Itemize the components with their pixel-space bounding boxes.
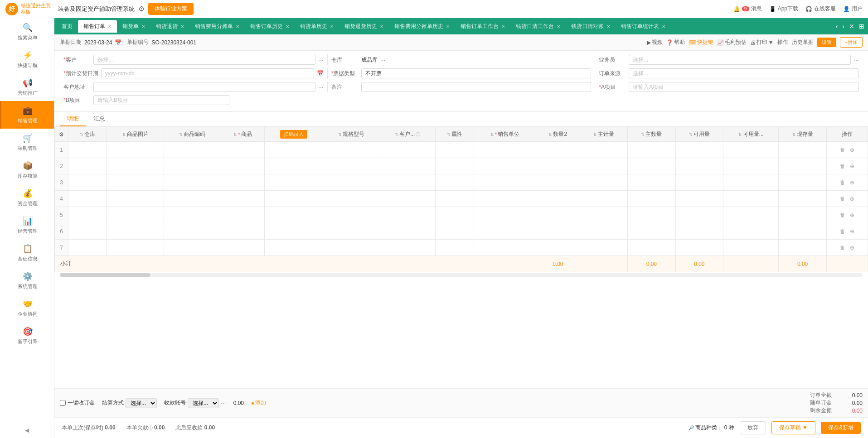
row-7-spec[interactable] xyxy=(323,240,380,256)
save-new-button[interactable]: 保存&新增 xyxy=(821,422,861,434)
row-3-attribute[interactable] xyxy=(435,174,474,191)
tab-home[interactable]: 首页 xyxy=(56,20,78,33)
row-5-main-qty[interactable] xyxy=(628,207,675,223)
row-6-current-stock[interactable] xyxy=(779,223,826,240)
help-button[interactable]: ❓ 帮助 xyxy=(666,39,685,46)
row-2-product-code[interactable] xyxy=(164,158,221,174)
row-2-product-image[interactable] xyxy=(107,158,164,174)
row-7-sales-unit[interactable] xyxy=(474,240,536,256)
tab-close-invoice-history[interactable]: ✕ xyxy=(330,24,334,29)
tab-order-workbench[interactable]: 销售订单工作台 ✕ xyxy=(455,20,510,33)
row-1-customer-code[interactable] xyxy=(380,142,435,158)
row-3-available[interactable] xyxy=(675,174,723,191)
tab-close-sales-expense[interactable]: ✕ xyxy=(236,24,239,29)
row-6-attribute[interactable] xyxy=(435,223,474,240)
tab-close-all-button[interactable]: ✕ xyxy=(847,23,856,30)
row-6-product-image[interactable] xyxy=(107,223,164,240)
row-1-scan[interactable] xyxy=(265,142,323,158)
row-5-action[interactable]: 🗑 ⊕ xyxy=(826,207,868,223)
one-click-checkout-checkbox[interactable] xyxy=(60,400,66,406)
row-1-product-code[interactable] xyxy=(164,142,221,158)
row-3-main-unit[interactable] xyxy=(580,174,627,191)
col-settings[interactable]: ⚙ xyxy=(55,127,68,142)
tab-expense-history[interactable]: 销售费用分摊单历史 ✕ xyxy=(389,20,455,33)
sidebar-item-enterprise[interactable]: 🤝 企业协同 xyxy=(0,294,54,322)
sidebar-item-inventory[interactable]: 📦 库存核算 xyxy=(0,156,54,184)
row-2-delete-icon[interactable]: 🗑 xyxy=(840,163,845,169)
row-1-current-stock[interactable] xyxy=(779,142,826,158)
discard-button[interactable]: 放弃 xyxy=(740,421,766,434)
tab-detail[interactable]: 明细 xyxy=(60,112,86,126)
row-4-customer-code[interactable] xyxy=(380,191,435,207)
row-7-quantity2[interactable] xyxy=(536,240,580,256)
row-1-main-qty[interactable] xyxy=(628,142,675,158)
row-3-copy-icon[interactable]: ⊕ xyxy=(850,179,854,186)
sidebar-collapse-button[interactable]: ◀ xyxy=(0,423,54,438)
row-7-product-image[interactable] xyxy=(107,240,164,256)
row-1-sales-unit[interactable] xyxy=(474,142,536,158)
row-5-scan[interactable] xyxy=(265,207,323,223)
notification-button[interactable]: 🔔 9 消息 xyxy=(733,5,762,13)
tab-return-history[interactable]: 销货退货历史 ✕ xyxy=(339,20,389,33)
row-3-main-qty[interactable] xyxy=(628,174,675,191)
actions-button[interactable]: 操作 xyxy=(777,39,788,46)
tab-close-sales-stats[interactable]: ✕ xyxy=(662,24,665,29)
row-7-main-qty[interactable] xyxy=(628,240,675,256)
row-3-sales-unit[interactable] xyxy=(474,174,536,191)
row-4-spec[interactable] xyxy=(323,191,380,207)
profit-button[interactable]: 📈 毛利预估 xyxy=(717,39,747,46)
row-4-product-code[interactable] xyxy=(164,191,221,207)
sidebar-item-base-info[interactable]: 📋 基础信息 xyxy=(0,239,54,267)
row-4-main-qty[interactable] xyxy=(628,191,675,207)
shortcuts-button[interactable]: ⌨ 快捷键 xyxy=(689,39,713,46)
tab-expand-button[interactable]: ⊞ xyxy=(857,23,866,30)
row-4-warehouse[interactable] xyxy=(68,191,107,207)
tab-sales-return[interactable]: 销货退货 ✕ xyxy=(150,20,189,33)
row-5-product-image[interactable] xyxy=(107,207,164,223)
invoice-type-select[interactable]: 不开票 xyxy=(361,68,592,78)
row-4-available2[interactable] xyxy=(723,191,779,207)
row-1-warehouse[interactable] xyxy=(68,142,107,158)
tab-close-daily-reconcile[interactable]: ✕ xyxy=(606,24,610,29)
row-4-copy-icon[interactable]: ⊕ xyxy=(850,196,854,202)
row-7-copy-icon[interactable]: ⊕ xyxy=(850,245,854,251)
history-button[interactable]: 历史单据 xyxy=(792,39,814,46)
tab-close-expense-history[interactable]: ✕ xyxy=(446,24,450,29)
row-1-delete-icon[interactable]: 🗑 xyxy=(840,147,845,153)
row-5-spec[interactable] xyxy=(323,207,380,223)
row-3-product[interactable] xyxy=(221,174,265,191)
settings-button[interactable]: ⚙ xyxy=(138,5,145,13)
sidebar-item-finance[interactable]: 💰 资金管理 xyxy=(0,184,54,212)
row-7-action[interactable]: 🗑 ⊕ xyxy=(826,240,868,256)
row-2-warehouse[interactable] xyxy=(68,158,107,174)
remarks-input[interactable] xyxy=(361,82,592,92)
tab-next-button[interactable]: › xyxy=(840,23,846,30)
row-3-quantity2[interactable] xyxy=(536,174,580,191)
row-3-action[interactable]: 🗑 ⊕ xyxy=(826,174,868,191)
row-2-available2[interactable] xyxy=(723,158,779,174)
tab-close-order-workbench[interactable]: ✕ xyxy=(501,24,505,29)
row-5-delete-icon[interactable]: 🗑 xyxy=(840,212,845,218)
row-1-product[interactable] xyxy=(221,142,265,158)
row-7-main-unit[interactable] xyxy=(580,240,627,256)
row-2-customer-code[interactable] xyxy=(380,158,435,174)
row-5-customer-code[interactable] xyxy=(380,207,435,223)
customer-address-input[interactable] xyxy=(93,82,315,92)
row-4-available[interactable] xyxy=(675,191,723,207)
tab-close-sales-invoice[interactable]: ✕ xyxy=(141,24,145,29)
row-6-available2[interactable] xyxy=(723,223,779,240)
a-project-input[interactable] xyxy=(629,82,859,92)
row-5-quantity2[interactable] xyxy=(536,207,580,223)
row-6-available[interactable] xyxy=(675,223,723,240)
order-source-input[interactable] xyxy=(629,68,859,78)
quick-settings-button[interactable]: 设置 xyxy=(817,38,836,47)
row-6-main-qty[interactable] xyxy=(628,223,675,240)
row-4-product-image[interactable] xyxy=(107,191,164,207)
row-2-main-unit[interactable] xyxy=(580,158,627,174)
customer-more-icon[interactable]: ··· xyxy=(318,56,324,63)
row-5-main-unit[interactable] xyxy=(580,207,627,223)
tab-close-sales-return[interactable]: ✕ xyxy=(180,24,184,29)
row-6-action[interactable]: 🗑 ⊕ xyxy=(826,223,868,240)
row-3-available2[interactable] xyxy=(723,174,779,191)
row-4-main-unit[interactable] xyxy=(580,191,627,207)
